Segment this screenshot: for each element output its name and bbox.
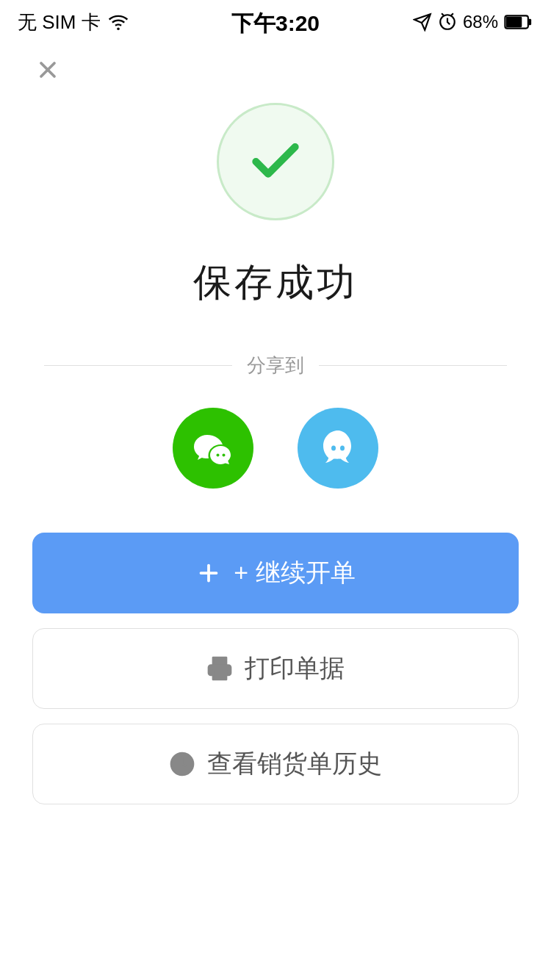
- wechat-share-button[interactable]: [173, 408, 253, 489]
- print-button[interactable]: 打印单据: [32, 628, 519, 709]
- history-icon: [169, 751, 195, 777]
- success-icon-circle: [217, 103, 334, 220]
- success-title: 保存成功: [193, 257, 358, 309]
- status-bar: 无 SIM 卡 下午3:20 68%: [0, 0, 551, 44]
- print-icon: [206, 655, 233, 682]
- svg-point-12: [223, 454, 226, 457]
- share-divider: 分享到: [0, 353, 551, 378]
- svg-rect-6: [506, 17, 522, 27]
- qq-share-button[interactable]: [298, 408, 378, 489]
- svg-point-14: [340, 446, 345, 451]
- qq-icon: [314, 425, 361, 472]
- battery-percent: 68%: [463, 12, 498, 32]
- alarm-icon: [438, 12, 457, 32]
- status-left: 无 SIM 卡: [18, 10, 129, 35]
- action-buttons: + 继续开单 打印单据 查看销货单历史: [0, 533, 551, 804]
- svg-point-10: [209, 445, 212, 449]
- share-section: 分享到: [0, 353, 551, 489]
- location-icon: [413, 12, 432, 32]
- svg-rect-5: [528, 19, 531, 26]
- continue-label: + 继续开单: [234, 556, 355, 590]
- svg-point-13: [331, 446, 336, 451]
- close-button[interactable]: [29, 51, 66, 88]
- svg-point-9: [203, 445, 206, 449]
- status-time: 下午3:20: [231, 9, 320, 39]
- wechat-icon: [190, 425, 237, 472]
- status-right: 68%: [413, 12, 533, 32]
- continue-button[interactable]: + 继续开单: [32, 533, 519, 613]
- print-label: 打印单据: [245, 652, 345, 685]
- sim-status: 无 SIM 卡: [18, 10, 101, 35]
- history-label: 查看销货单历史: [207, 747, 382, 781]
- share-icons: [173, 408, 378, 489]
- battery-icon: [504, 14, 533, 30]
- history-button[interactable]: 查看销货单历史: [32, 724, 519, 804]
- svg-point-11: [217, 454, 220, 457]
- share-label: 分享到: [232, 353, 319, 378]
- wifi-icon: [108, 12, 129, 32]
- plus-icon: [195, 560, 222, 586]
- main-content: 保存成功 分享到: [0, 44, 551, 804]
- svg-rect-17: [213, 671, 226, 680]
